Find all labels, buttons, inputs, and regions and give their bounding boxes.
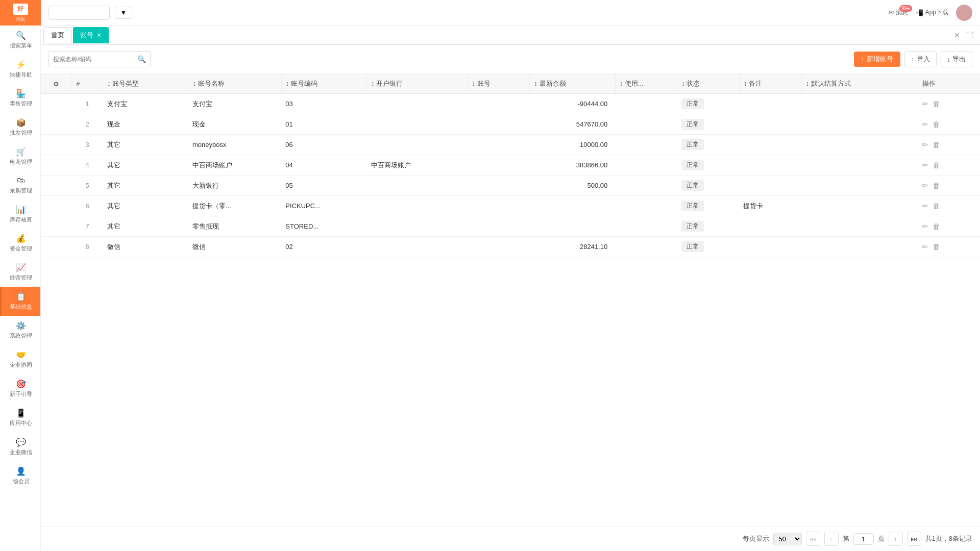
row-bank: [367, 114, 468, 135]
edit-icon[interactable]: ✏: [922, 242, 928, 252]
delete-icon[interactable]: 🗑: [933, 120, 940, 129]
row-actions: ✏ 🗑: [918, 176, 980, 196]
toolbar-left: 🔍: [48, 51, 151, 67]
logo-icon: 好: [13, 4, 28, 15]
edit-icon[interactable]: ✏: [922, 161, 928, 170]
sidebar-item-search[interactable]: 🔍 搜索菜单: [0, 26, 40, 55]
col-usage[interactable]: ↕ 使用...: [615, 74, 677, 94]
page-last-btn[interactable]: ⏭: [907, 532, 921, 546]
sidebar-item-appcenter[interactable]: 📱 应用中心: [0, 403, 40, 432]
row-seq: 7: [72, 216, 103, 237]
delete-icon[interactable]: 🗑: [933, 161, 940, 169]
delete-icon[interactable]: 🗑: [933, 242, 940, 251]
edit-icon[interactable]: ✏: [922, 99, 928, 109]
row-name: 零售抵现: [188, 216, 281, 237]
operations-icon: 📈: [16, 263, 26, 272]
row-actions: ✏ 🗑: [918, 135, 980, 155]
row-settings: [41, 94, 72, 114]
row-type: 其它: [103, 155, 188, 176]
sidebar-item-inventory[interactable]: 📊 库存核算: [0, 199, 40, 229]
edit-icon[interactable]: ✏: [922, 181, 928, 190]
app-download-button[interactable]: 📲 App下载: [916, 8, 948, 17]
message-button[interactable]: ✉ 消息 99+: [889, 8, 908, 17]
guide-icon: 🎯: [16, 379, 26, 389]
page-number-input[interactable]: [853, 533, 874, 545]
user-avatar[interactable]: [956, 5, 972, 21]
delete-icon[interactable]: 🗑: [933, 181, 940, 190]
sidebar-item-ecom[interactable]: 🛒 电商管理: [0, 142, 40, 171]
row-account: [468, 176, 530, 196]
col-settings[interactable]: ⚙: [41, 74, 72, 94]
edit-icon[interactable]: ✏: [922, 222, 928, 231]
page-first-btn[interactable]: ⏮: [806, 532, 820, 546]
row-code: 03: [281, 94, 366, 114]
sidebar-item-wholesale[interactable]: 📦 批发管理: [0, 113, 40, 142]
search-icon[interactable]: 🔍: [137, 55, 146, 63]
col-bank[interactable]: ↕ 开户银行: [367, 74, 468, 94]
sidebar-item-label: 电商管理: [10, 158, 32, 166]
sidebar-item-quick-nav[interactable]: ⚡ 快捷导航: [0, 55, 40, 84]
row-bank: [367, 216, 468, 237]
page-size-select[interactable]: 50 20 100: [773, 533, 802, 545]
sidebar-item-retail[interactable]: 🏪 零售管理: [0, 84, 40, 113]
sidebar-item-operations[interactable]: 📈 经营管理: [0, 258, 40, 287]
sidebar-item-label: 应用中心: [10, 419, 32, 427]
search-menu-icon: 🔍: [16, 31, 26, 40]
col-type[interactable]: ↕ 账号类型: [103, 74, 188, 94]
sidebar-item-enterprise[interactable]: 🤝 企业协同: [0, 345, 40, 374]
sidebar-item-guide[interactable]: 🎯 新手引导: [0, 374, 40, 403]
row-status: 正常: [677, 114, 740, 135]
add-account-button[interactable]: + 新增账号: [854, 52, 900, 67]
page-next-btn[interactable]: ›: [889, 532, 903, 546]
row-bank: 中百商场账户: [367, 155, 468, 176]
sidebar-item-wechat[interactable]: 💬 企业微信: [0, 432, 40, 461]
expand-tab-btn[interactable]: ⛶: [965, 30, 975, 40]
sidebar-item-label: 企业协同: [10, 361, 32, 369]
row-code: STORED...: [281, 216, 366, 237]
col-settlement[interactable]: ↕ 默认结算方式: [801, 74, 918, 94]
page-of-label: 页: [878, 534, 885, 543]
search-input[interactable]: [53, 56, 137, 63]
row-account: [468, 196, 530, 216]
row-remark: [739, 135, 801, 155]
page-prev-btn[interactable]: ‹: [824, 532, 839, 546]
col-code[interactable]: ↕ 账号编码: [281, 74, 366, 94]
close-tab-btn[interactable]: ✕: [952, 30, 962, 40]
sidebar-item-label: 快捷导航: [10, 71, 32, 79]
edit-icon[interactable]: ✏: [922, 140, 928, 149]
tab-account[interactable]: 账号 ✕: [73, 27, 109, 43]
dropdown-button[interactable]: ▼: [115, 7, 132, 19]
col-balance[interactable]: ↕ 最新余额: [530, 74, 615, 94]
table-row: 4 其它 中百商场账户 04 中百商场账户 383866.00 正常 ✏ 🗑: [41, 155, 980, 176]
edit-icon[interactable]: ✏: [922, 202, 928, 211]
tab-home[interactable]: 首页: [43, 27, 72, 43]
delete-icon[interactable]: 🗑: [933, 202, 940, 210]
row-remark: [739, 94, 801, 114]
row-type: 其它: [103, 135, 188, 155]
top-search-input[interactable]: [48, 6, 110, 20]
col-account[interactable]: ↕ 账号: [468, 74, 530, 94]
edit-icon[interactable]: ✏: [922, 120, 928, 129]
sidebar-item-purchase[interactable]: 🛍 采购管理: [0, 171, 40, 199]
delete-icon[interactable]: 🗑: [933, 140, 940, 149]
export-button[interactable]: ↓ 导出: [941, 51, 973, 67]
delete-icon[interactable]: 🗑: [933, 99, 940, 108]
page-label: 第: [843, 534, 849, 543]
import-button[interactable]: ↑ 导入: [904, 51, 937, 67]
row-usage: [615, 216, 677, 237]
sidebar-item-member[interactable]: 👤 畅会员: [0, 461, 40, 490]
search-wrap: 🔍: [48, 51, 151, 67]
row-seq: 6: [72, 196, 103, 216]
delete-icon[interactable]: 🗑: [933, 222, 940, 231]
col-status[interactable]: ↕ 状态: [677, 74, 740, 94]
sidebar-item-finance[interactable]: 💰 资金管理: [0, 229, 40, 258]
col-name[interactable]: ↕ 账号名称: [188, 74, 281, 94]
import-label: 导入: [917, 55, 930, 64]
wholesale-icon: 📦: [16, 118, 26, 128]
page-container: 🔍 + 新增账号 ↑ 导入 ↓ 导出: [41, 45, 980, 551]
content-area: 🔍 + 新增账号 ↑ 导入 ↓ 导出: [41, 45, 980, 551]
sidebar-item-system[interactable]: ⚙️ 系统管理: [0, 316, 40, 345]
tab-close-icon[interactable]: ✕: [96, 32, 102, 39]
col-remark[interactable]: ↕ 备注: [739, 74, 801, 94]
sidebar-item-basic[interactable]: 📋 基础信息: [0, 287, 40, 316]
